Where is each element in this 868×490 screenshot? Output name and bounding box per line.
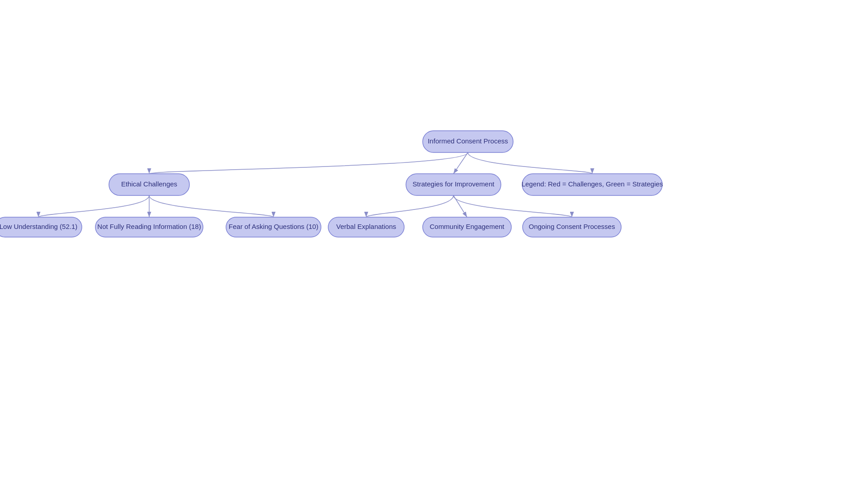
node-community-label: Community Engagement [429, 223, 505, 230]
node-ongoing-label: Ongoing Consent Processes [529, 223, 615, 230]
node-legend-label: Legend: Red = Challenges, Green = Strate… [522, 180, 663, 188]
edge-strategies-ongoing [453, 195, 572, 217]
node-ethical-label: Ethical Challenges [121, 180, 177, 188]
edge-root-ethical [149, 152, 468, 174]
edge-root-strategies [453, 152, 468, 174]
edge-ethical-low [38, 195, 149, 217]
edge-strategies-verbal [366, 195, 453, 217]
node-strategies-label: Strategies for Improvement [413, 180, 495, 188]
mind-map-diagram: Informed Consent Process Ethical Challen… [0, 0, 868, 490]
node-fear-label: Fear of Asking Questions (10) [229, 223, 318, 230]
node-not-fully-label: Not Fully Reading Information (18) [97, 223, 201, 230]
node-root-label: Informed Consent Process [428, 137, 508, 145]
edge-root-legend [468, 152, 592, 174]
node-low-understanding-label: Low Understanding (52.1) [0, 223, 77, 230]
edge-ethical-fear [149, 195, 274, 217]
node-verbal-label: Verbal Explanations [336, 223, 396, 230]
